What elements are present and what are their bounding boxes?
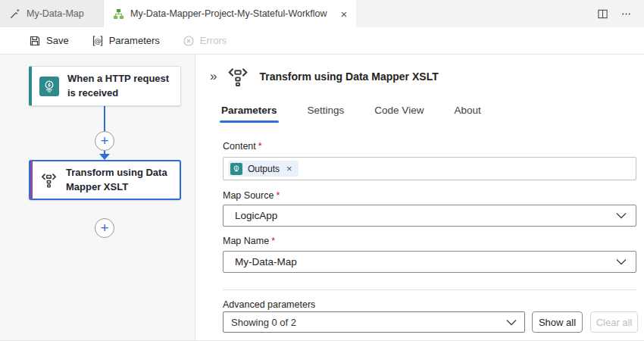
show-all-button[interactable]: Show all: [532, 311, 583, 333]
chevron-down-icon: [506, 319, 517, 326]
advanced-dropdown-value: Showing 0 of 2: [231, 317, 296, 328]
tab-my-data-map[interactable]: My-Data-Map: [0, 0, 104, 27]
required-marker: *: [271, 236, 275, 246]
insert-step-button[interactable]: +: [95, 131, 114, 151]
save-label: Save: [46, 35, 69, 46]
tab-about[interactable]: About: [451, 102, 483, 123]
panel-title: Transform using Data Mapper XSLT: [259, 70, 438, 83]
advanced-parameters-label: Advanced parameters: [223, 299, 315, 310]
required-marker: *: [258, 141, 262, 152]
content-label: Content*: [223, 141, 262, 152]
xslt-transform-icon: [227, 65, 249, 88]
add-step-button[interactable]: +: [95, 218, 114, 238]
connector-arrow-icon: [99, 154, 110, 160]
remove-token-icon[interactable]: ×: [286, 164, 292, 174]
save-button[interactable]: Save: [21, 30, 77, 52]
plus-icon: +: [100, 133, 108, 149]
panel-header: » Transform using Data Mapper XSLT: [210, 64, 439, 89]
tab-workflow[interactable]: My-Data-Mapper-Project-My-Stateful-Workf…: [104, 0, 356, 27]
tab-bar-spacer: [356, 0, 597, 27]
map-name-dropdown[interactable]: My-Data-Map: [223, 251, 636, 273]
tab-label: My-Data-Mapper-Project-My-Stateful-Workf…: [130, 8, 327, 19]
tab-bar-actions: [597, 0, 644, 27]
panel-tabs: Parameters Settings Code View About: [218, 102, 484, 123]
tab-code-view[interactable]: Code View: [371, 102, 427, 123]
content-input[interactable]: Outputs ×: [223, 157, 636, 180]
collapse-panel-icon[interactable]: »: [210, 69, 217, 84]
required-marker: *: [276, 190, 280, 201]
map-name-label: Map Name*: [223, 236, 275, 246]
errors-label: Errors: [200, 35, 227, 46]
tab-settings[interactable]: Settings: [305, 102, 348, 123]
chevron-down-icon: [616, 258, 627, 265]
tab-label: My-Data-Map: [27, 8, 84, 19]
map-name-value: My-Data-Map: [235, 256, 297, 267]
editor-tab-bar: My-Data-Map My-Data-Mapper-Project-My-St…: [0, 0, 644, 27]
tab-parameters[interactable]: Parameters: [218, 102, 280, 123]
more-actions-icon[interactable]: [621, 8, 632, 20]
parameters-button[interactable]: @ Parameters: [84, 30, 167, 52]
errors-button[interactable]: Errors: [175, 30, 234, 52]
design-wand-icon: [9, 8, 20, 20]
workflow-icon: [113, 8, 124, 20]
token-label: Outputs: [248, 164, 280, 174]
map-source-value: LogicApp: [235, 210, 277, 221]
workflow-canvas[interactable]: When a HTTP request is received + Transf…: [0, 55, 195, 340]
section-divider: [223, 289, 636, 290]
xslt-transform-icon: [40, 171, 58, 189]
parameters-label: Parameters: [109, 35, 160, 46]
node-http-request-trigger[interactable]: When a HTTP request is received: [29, 66, 181, 106]
split-editor-icon[interactable]: [597, 8, 608, 20]
at-parameters-icon: @: [92, 35, 104, 47]
clear-all-button[interactable]: Clear all: [590, 311, 638, 333]
map-source-dropdown[interactable]: LogicApp: [223, 205, 636, 227]
chevron-down-icon: [616, 212, 627, 219]
logic-app-designer-window: My-Data-Map My-Data-Mapper-Project-My-St…: [0, 0, 644, 341]
command-toolbar: Save @ Parameters Errors: [0, 27, 644, 55]
close-icon[interactable]: ×: [341, 8, 348, 20]
plus-icon: +: [100, 220, 108, 236]
operation-panel: » Transform using Data Mapper XSLT Param…: [195, 55, 644, 340]
node-transform-xslt[interactable]: Transform using Data Mapper XSLT: [29, 160, 181, 200]
svg-text:@: @: [94, 36, 102, 45]
node-title: Transform using Data Mapper XSLT: [66, 166, 172, 195]
http-request-icon: [39, 77, 59, 96]
advanced-parameters-dropdown[interactable]: Showing 0 of 2: [223, 311, 525, 333]
error-circle-icon: [183, 35, 195, 47]
http-request-icon: [230, 163, 242, 175]
node-title: When a HTTP request is received: [67, 72, 173, 101]
map-source-label: Map Source*: [223, 190, 280, 201]
save-icon: [29, 35, 41, 47]
main-content: When a HTTP request is received + Transf…: [0, 55, 644, 340]
outputs-token-chip[interactable]: Outputs ×: [228, 161, 299, 177]
